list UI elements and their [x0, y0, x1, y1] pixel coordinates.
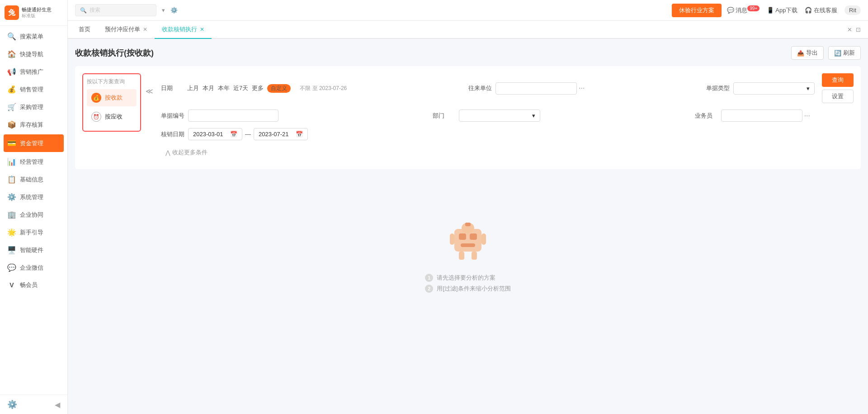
- voucher-type-select[interactable]: ▾: [733, 82, 815, 95]
- voucher-no-input[interactable]: [188, 109, 278, 122]
- sidebar-item-member[interactable]: V 畅会员: [0, 276, 67, 294]
- guide-icon: 🌟: [7, 228, 16, 237]
- sidebar-item-search[interactable]: 🔍 搜索菜单: [0, 28, 67, 45]
- svg-rect-9: [465, 223, 471, 226]
- salesman-input[interactable]: [721, 109, 802, 122]
- sidebar-item-finance[interactable]: 💳 资金管理: [4, 134, 64, 152]
- shortcut-this-year[interactable]: 本年: [218, 84, 230, 92]
- refresh-button[interactable]: 🔄 刷新: [828, 46, 861, 60]
- topbar-search-box[interactable]: 🔍 搜索: [75, 4, 156, 16]
- online-service-label: 在线客服: [814, 7, 837, 14]
- filter-by-receivable[interactable]: ⏰ 按应收: [87, 108, 137, 125]
- shortcut-last-month[interactable]: 上月: [187, 84, 199, 92]
- sidebar-collapse-icon[interactable]: ◀: [55, 400, 60, 409]
- online-service-button[interactable]: 🎧 在线客服: [805, 6, 837, 14]
- counterparty-more-icon[interactable]: ···: [579, 84, 585, 92]
- industry-solution-button[interactable]: 休验行业方案: [672, 4, 722, 17]
- sidebar-item-purchase[interactable]: 🛒 采购管理: [0, 98, 67, 116]
- date-field: 日期 上月 本月 本年 近7天 更多 自定义: [161, 84, 291, 93]
- calendar-start-icon[interactable]: 📅: [230, 131, 237, 138]
- sidebar-item-label: 新手引导: [20, 228, 43, 237]
- tab-prepay-label: 预付冲应付单: [105, 25, 140, 33]
- empty-step-2-text: 用[过滤]条件来缩小分析范围: [437, 285, 510, 293]
- marketing-icon: 📢: [7, 67, 16, 76]
- search-icon: 🔍: [80, 7, 87, 14]
- search-placeholder-text: 搜索: [90, 6, 100, 14]
- page-content: 收款核销执行(按收款) 📤 导出 🔄 刷新 按以下方案查询 💰: [68, 39, 868, 414]
- sidebar-item-quicknav[interactable]: 🏠 快捷导航: [0, 45, 67, 63]
- robot-svg: [441, 211, 495, 265]
- message-button[interactable]: 💬 消息99+: [727, 6, 760, 14]
- window-maximize-icon[interactable]: ⊡: [856, 26, 861, 33]
- dept-select[interactable]: ▾: [459, 109, 540, 122]
- home-icon: 🏠: [7, 50, 16, 58]
- sidebar-item-marketing[interactable]: 📢 营销推广: [0, 63, 67, 81]
- sidebar-item-wechat[interactable]: 💬 企业微信: [0, 259, 67, 276]
- sidebar-item-inventory[interactable]: 📦 库存核算: [0, 116, 67, 133]
- message-badge: 99+: [747, 5, 760, 11]
- tab-receipt[interactable]: 收款核销执行 ✕: [155, 21, 212, 39]
- custom-date-badge[interactable]: 自定义: [267, 84, 291, 93]
- svg-rect-6: [459, 252, 464, 260]
- sidebar-item-system[interactable]: ⚙️ 系统管理: [0, 188, 67, 206]
- shortcut-more[interactable]: 更多: [252, 84, 264, 92]
- window-close-icon[interactable]: ✕: [847, 26, 852, 33]
- sidebar-item-label: 搜索菜单: [20, 33, 43, 41]
- query-row-2: 单据编号 部门 ▾ 业务员: [161, 109, 854, 122]
- basic-icon: 📋: [7, 175, 16, 184]
- salesman-more-icon[interactable]: ···: [804, 112, 810, 120]
- voucher-type-label: 单据类型: [706, 84, 730, 92]
- setting-button[interactable]: 设置: [822, 90, 854, 103]
- sidebar-item-label: 畅会员: [20, 281, 38, 289]
- counterparty-field: 往来单位 ···: [468, 82, 585, 95]
- sidebar-item-hardware[interactable]: 🖥️ 智能硬件: [0, 241, 67, 259]
- tab-window-controls: ✕ ⊡: [847, 26, 864, 33]
- collapse-more-button[interactable]: ⋀ 收起更多条件: [161, 147, 212, 158]
- shortcut-7days[interactable]: 近7天: [233, 84, 248, 92]
- tab-prepay[interactable]: 预付冲应付单 ✕: [98, 21, 155, 39]
- sidebar-item-guide[interactable]: 🌟 新手引导: [0, 224, 67, 241]
- sidebar-item-sales[interactable]: 💰 销售管理: [0, 81, 67, 98]
- query-button[interactable]: 查询: [822, 73, 854, 87]
- empty-step-1: 1 请先选择要分析的方案: [425, 274, 510, 282]
- writeoff-date-group: 2023-03-01 📅 — 2023-07-21 📅: [188, 128, 308, 140]
- tab-receipt-close-icon[interactable]: ✕: [200, 26, 204, 33]
- sidebar-item-label: 智能硬件: [20, 246, 43, 254]
- shortcut-this-month[interactable]: 本月: [203, 84, 214, 92]
- calendar-end-icon[interactable]: 📅: [296, 131, 303, 138]
- sidebar-settings-icon[interactable]: ⚙️: [7, 400, 17, 409]
- date-range-suffix: 不限 至 2023-07-26: [300, 85, 347, 92]
- system-icon: ⚙️: [7, 193, 16, 201]
- counterparty-input[interactable]: [495, 82, 577, 95]
- filter-by-receipt[interactable]: 💰 按收款: [87, 89, 137, 106]
- main-area: 🔍 搜索 ▾ ⚙️ 休验行业方案 💬 消息99+ 📱 App下载 🎧 在线客服 …: [68, 0, 868, 414]
- tab-prepay-close-icon[interactable]: ✕: [143, 26, 147, 33]
- sidebar-item-label: 企业协同: [20, 211, 43, 219]
- sidebar-item-label: 快捷导航: [20, 50, 43, 58]
- writeoff-date-end-input[interactable]: 2023-07-21 📅: [254, 128, 308, 140]
- topbar-dropdown-icon[interactable]: ▾: [162, 7, 165, 14]
- voucher-no-field: 单据编号: [161, 109, 278, 122]
- tab-home[interactable]: 首页: [71, 21, 98, 39]
- topbar-settings-icon[interactable]: ⚙️: [170, 7, 178, 14]
- writeoff-date-start-value: 2023-03-01: [193, 131, 223, 138]
- sidebar-item-basic[interactable]: 📋 基础信息: [0, 171, 67, 188]
- filter-panel: 按以下方案查询 💰 按收款 ⏰ 按应收 ≪ 日期: [75, 66, 861, 169]
- export-button[interactable]: 📤 导出: [791, 46, 824, 60]
- svg-rect-2: [470, 233, 477, 240]
- sidebar-item-label: 系统管理: [20, 193, 43, 201]
- dept-field: 部门 ▾: [433, 109, 540, 122]
- writeoff-date-start-input[interactable]: 2023-03-01 📅: [188, 128, 242, 140]
- filter-collapse-button[interactable]: ≪: [145, 73, 154, 95]
- query-row-1: 日期 上月 本月 本年 近7天 更多 自定义 不限 至 2023-07-26: [161, 73, 854, 103]
- app-download-button[interactable]: 📱 App下载: [767, 6, 797, 14]
- chevron-down-icon: ▾: [807, 85, 810, 92]
- sidebar-item-enterprise[interactable]: 🏢 企业协同: [0, 206, 67, 224]
- receivable-option-icon: ⏰: [91, 112, 101, 122]
- user-name[interactable]: Rit: [844, 5, 861, 15]
- enterprise-icon: 🏢: [7, 210, 16, 219]
- step-num-1: 1: [425, 274, 433, 282]
- sidebar-item-business[interactable]: 📊 经营管理: [0, 153, 67, 171]
- topbar-actions: 💬 消息99+ 📱 App下载 🎧 在线客服 Rit: [727, 5, 861, 15]
- purchase-icon: 🛒: [7, 103, 16, 111]
